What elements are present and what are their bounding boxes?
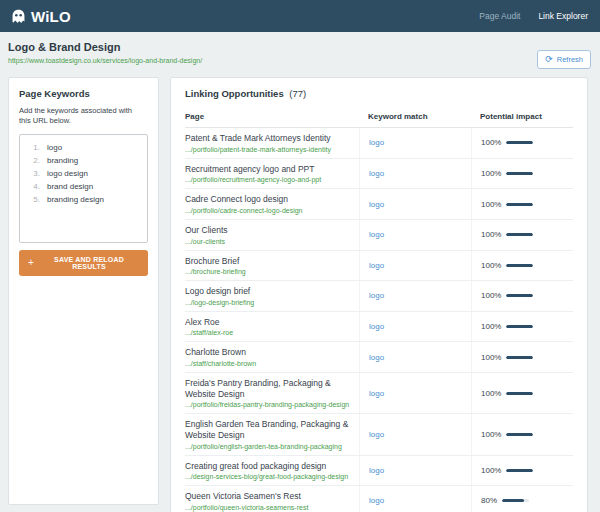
impact-indicator: 100% xyxy=(481,389,533,398)
keyword-item[interactable]: brand design xyxy=(20,180,147,193)
keyword-match-cell: logo xyxy=(359,251,471,281)
impact-bar-fill xyxy=(506,203,533,206)
refresh-icon: ⟳ xyxy=(545,56,553,63)
opportunity-page-title[interactable]: Freida's Pantry Branding, Packaging & We… xyxy=(185,378,359,399)
opportunity-page-title[interactable]: English Garden Tea Branding, Packaging &… xyxy=(185,419,359,440)
table-row: Our Clients .../our-clients logo 100% xyxy=(185,220,573,251)
impact-bar-track xyxy=(506,172,533,175)
opportunity-page-url[interactable]: .../logo-design-briefing xyxy=(185,299,359,306)
refresh-label: Refresh xyxy=(557,55,583,64)
opportunity-page-title[interactable]: Cadre Connect logo design xyxy=(185,194,359,205)
potential-impact-cell: 100% xyxy=(471,342,573,372)
keyword-match-link[interactable]: logo xyxy=(369,389,384,398)
opportunity-page-url[interactable]: .../brochure-briefing xyxy=(185,268,359,275)
potential-impact-cell: 100% xyxy=(471,220,573,250)
opportunity-page-title[interactable]: Our Clients xyxy=(185,225,359,236)
table-row: Charlotte Brown .../staff/charlotte-brow… xyxy=(185,342,573,373)
impact-indicator: 100% xyxy=(481,322,533,331)
keyword-match-cell: logo xyxy=(359,159,471,189)
keyword-match-cell: logo xyxy=(359,373,471,413)
keyword-match-link[interactable]: logo xyxy=(369,261,384,270)
table-row: English Garden Tea Branding, Packaging &… xyxy=(185,414,573,455)
opportunity-page-url[interactable]: .../portfolio/queen-victoria-seamens-res… xyxy=(185,504,359,511)
potential-impact-cell: 100% xyxy=(471,159,573,189)
keyword-match-link[interactable]: logo xyxy=(369,169,384,178)
keyword-match-link[interactable]: logo xyxy=(369,200,384,209)
impact-percent-label: 100% xyxy=(481,322,501,331)
opportunities-rows: Patent & Trade Mark Attorneys Identity .… xyxy=(185,128,573,512)
impact-percent-label: 80% xyxy=(481,496,497,505)
potential-impact-cell: 100% xyxy=(471,414,573,454)
keyword-match-cell: logo xyxy=(359,414,471,454)
keyword-match-link[interactable]: logo xyxy=(369,230,384,239)
impact-bar-fill xyxy=(506,141,533,144)
nav-link-explorer[interactable]: Link Explorer xyxy=(538,11,588,21)
impact-percent-label: 100% xyxy=(481,466,501,475)
keyword-match-cell: logo xyxy=(359,128,471,158)
opportunity-page-url[interactable]: .../portfolio/recruitment-agency-logo-an… xyxy=(185,176,359,183)
keyword-match-cell: logo xyxy=(359,486,471,512)
opportunity-page-url[interactable]: .../our-clients xyxy=(185,238,359,245)
opportunity-page-url[interactable]: .../staff/charlotte-brown xyxy=(185,360,359,367)
impact-indicator: 100% xyxy=(481,353,533,362)
opportunities-title-text: Linking Opportunities xyxy=(185,88,284,99)
keyword-match-link[interactable]: logo xyxy=(369,291,384,300)
keyword-item[interactable]: branding design xyxy=(20,193,147,206)
opportunity-page-url[interactable]: .../portfolio/cadre-connect-logo-design xyxy=(185,207,359,214)
impact-percent-label: 100% xyxy=(481,230,501,239)
page-cell: Queen Victoria Seamen's Rest .../portfol… xyxy=(185,486,359,512)
save-button-label: SAVE AND RELOAD RESULTS xyxy=(39,256,139,270)
impact-bar-fill xyxy=(506,233,533,236)
impact-indicator: 100% xyxy=(481,261,533,270)
keyword-item[interactable]: branding xyxy=(20,154,147,167)
app-header: WiLO Page Audit Link Explorer xyxy=(0,0,600,32)
table-row: Recruitment agency logo and PPT .../port… xyxy=(185,159,573,190)
impact-bar-track xyxy=(506,141,533,144)
opportunity-page-url[interactable]: .../portfolio/freidas-pantry-branding-pa… xyxy=(185,401,359,408)
opportunity-page-title[interactable]: Recruitment agency logo and PPT xyxy=(185,164,359,175)
top-nav: Page Audit Link Explorer xyxy=(479,11,588,21)
keyword-item[interactable]: logo xyxy=(20,141,147,154)
page-url-link[interactable]: https://www.toastdesign.co.uk/services/l… xyxy=(8,57,202,64)
opportunity-page-title[interactable]: Queen Victoria Seamen's Rest xyxy=(185,491,359,502)
keyword-match-link[interactable]: logo xyxy=(369,430,384,439)
impact-bar-track xyxy=(506,356,533,359)
keyword-match-link[interactable]: logo xyxy=(369,322,384,331)
page-cell: Patent & Trade Mark Attorneys Identity .… xyxy=(185,128,359,158)
keywords-input-box[interactable]: logo branding logo design brand design b… xyxy=(19,134,148,243)
opportunity-page-url[interactable]: .../portfolio/patent-trade-mark-attorney… xyxy=(185,146,359,153)
opportunity-page-title[interactable]: Creating great food packaging design xyxy=(185,461,359,472)
impact-percent-label: 100% xyxy=(481,291,501,300)
impact-bar-track xyxy=(506,264,533,267)
impact-bar-track xyxy=(506,203,533,206)
wilo-logo[interactable]: WiLO xyxy=(10,8,71,25)
page-cell: Brochure Brief .../brochure-briefing xyxy=(185,251,359,281)
opportunity-page-url[interactable]: .../design-services-blog/great-food-pack… xyxy=(185,473,359,480)
opportunity-page-title[interactable]: Logo design brief xyxy=(185,286,359,297)
keyword-match-cell: logo xyxy=(359,281,471,311)
keyword-item[interactable]: logo design xyxy=(20,167,147,180)
opportunity-page-title[interactable]: Alex Roe xyxy=(185,317,359,328)
opportunity-page-title[interactable]: Patent & Trade Mark Attorneys Identity xyxy=(185,133,359,144)
page-cell: Freida's Pantry Branding, Packaging & We… xyxy=(185,373,359,413)
opportunity-page-title[interactable]: Brochure Brief xyxy=(185,256,359,267)
table-row: Freida's Pantry Branding, Packaging & We… xyxy=(185,373,573,414)
refresh-button[interactable]: ⟳ Refresh xyxy=(537,50,591,69)
opportunities-title: Linking Opportunities (77) xyxy=(185,88,573,99)
opportunity-page-title[interactable]: Charlotte Brown xyxy=(185,347,359,358)
keyword-match-link[interactable]: logo xyxy=(369,138,384,147)
opportunity-page-url[interactable]: .../staff/alex-roe xyxy=(185,329,359,336)
nav-page-audit[interactable]: Page Audit xyxy=(479,11,520,21)
table-header-row: Page Keyword match Potential impact xyxy=(185,108,573,128)
keyword-match-link[interactable]: logo xyxy=(369,466,384,475)
opportunities-count: (77) xyxy=(289,88,306,99)
keyword-match-link[interactable]: logo xyxy=(369,496,384,505)
table-row: Queen Victoria Seamen's Rest .../portfol… xyxy=(185,486,573,512)
impact-bar-track xyxy=(506,325,533,328)
opportunity-page-url[interactable]: .../portfolio/english-garden-tea-brandin… xyxy=(185,443,359,450)
keywords-panel-title: Page Keywords xyxy=(19,88,148,99)
keyword-match-link[interactable]: logo xyxy=(369,353,384,362)
save-and-reload-button[interactable]: + SAVE AND RELOAD RESULTS xyxy=(19,250,148,276)
opportunities-table: Page Keyword match Potential impact Pate… xyxy=(185,108,573,512)
impact-bar-fill xyxy=(506,469,533,472)
